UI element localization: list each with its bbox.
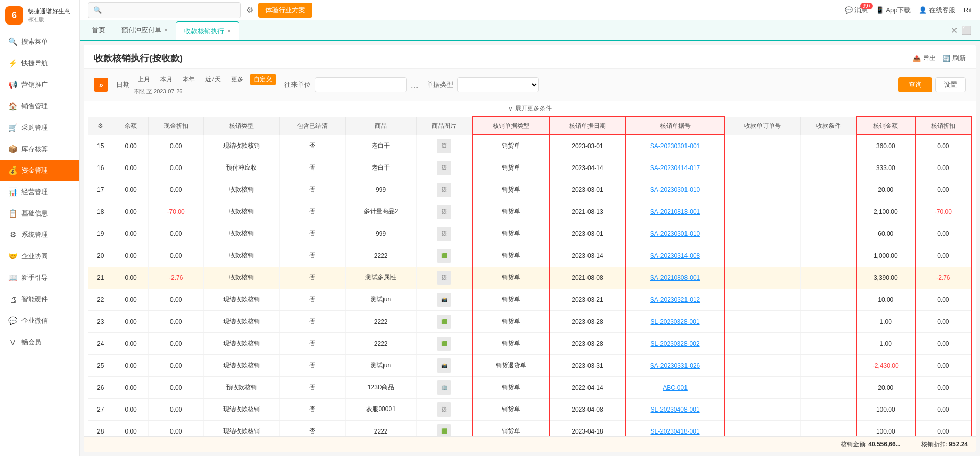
col-header-6: 商品图片 xyxy=(416,117,472,135)
partner-input[interactable] xyxy=(315,77,407,92)
app-icon: 📱 xyxy=(876,6,884,14)
settings-btn[interactable]: 设置 xyxy=(935,77,966,92)
date-pill-本月[interactable]: 本月 xyxy=(156,74,177,85)
sidebar-item-11[interactable]: 📖新手引导 xyxy=(0,267,79,289)
table-row: 280.000.00现结收款核销否2222🟩销货单2023-04-18SL-20… xyxy=(88,420,971,436)
table-cell: 100.00 xyxy=(856,398,915,420)
nav-label-0: 搜索菜单 xyxy=(21,37,48,46)
table-cell: 27 xyxy=(88,398,113,420)
date-pill-本年[interactable]: 本年 xyxy=(179,74,199,85)
table-cell: 🖼 xyxy=(416,223,472,245)
sidebar-item-0[interactable]: 🔍搜索菜单 xyxy=(0,31,79,53)
table-row: 260.000.00预收款核销否123D商品🏢销货单2022-04-14ABC-… xyxy=(88,376,971,398)
table-cell[interactable]: SL-20230328-001 xyxy=(626,310,724,332)
tab-1[interactable]: 预付冲应付单× xyxy=(113,21,176,39)
table-cell: 1.00 xyxy=(856,332,915,354)
product-image: 🖼 xyxy=(437,271,451,285)
gear-icon[interactable]: ⚙ xyxy=(246,5,253,15)
table-cell: 22 xyxy=(88,289,113,310)
table-cell xyxy=(724,376,801,398)
tab-close-1[interactable]: × xyxy=(164,27,168,34)
table-cell: 0.00 xyxy=(113,289,148,310)
sidebar-item-13[interactable]: 💬企业微信 xyxy=(0,310,79,331)
table-cell: 2023-03-01 xyxy=(549,223,626,245)
table-cell xyxy=(724,420,801,436)
search-bar[interactable]: 🔍 xyxy=(88,2,241,18)
table-cell: 否 xyxy=(280,332,346,354)
table-cell: 销货单 xyxy=(472,398,549,420)
date-pill-近7天[interactable]: 近7天 xyxy=(201,74,225,85)
date-range-label: 不限 至 2023-07-26 xyxy=(134,88,182,95)
table-cell xyxy=(800,310,856,332)
table-cell[interactable]: SA-20230414-017 xyxy=(626,157,724,179)
table-cell: 26 xyxy=(88,376,113,398)
table-cell: 否 xyxy=(280,376,346,398)
sidebar-item-10[interactable]: 🤝企业协同 xyxy=(0,246,79,267)
bill-type-select[interactable] xyxy=(457,77,539,92)
query-btn[interactable]: 查询 xyxy=(898,77,932,92)
table-cell xyxy=(800,267,856,289)
sidebar-item-12[interactable]: 🖨智能硬件 xyxy=(0,289,79,310)
table-cell: 否 xyxy=(280,310,346,332)
sidebar-item-14[interactable]: V畅会员 xyxy=(0,331,79,353)
window-close-btn[interactable]: ✕ xyxy=(951,26,958,35)
table-cell: 0.00 xyxy=(113,201,148,223)
sidebar-item-6[interactable]: 💰资金管理 xyxy=(0,160,79,181)
tab-close-2[interactable]: × xyxy=(227,28,231,35)
partner-dots[interactable]: ... xyxy=(411,80,419,90)
table-cell: 否 xyxy=(280,157,346,179)
table-cell[interactable]: SA-20230301-010 xyxy=(626,223,724,245)
table-cell[interactable]: SA-20210813-001 xyxy=(626,201,724,223)
sidebar-item-9[interactable]: ⚙系统管理 xyxy=(0,224,79,246)
filter-expand-btn[interactable]: » xyxy=(94,78,108,92)
tab-2[interactable]: 收款核销执行× xyxy=(176,21,239,40)
window-maximize-btn[interactable]: ⬜ xyxy=(962,26,972,35)
sidebar-item-3[interactable]: 🏠销售管理 xyxy=(0,95,79,117)
table-cell[interactable]: SL-20230408-001 xyxy=(626,398,724,420)
sidebar-item-4[interactable]: 🛒采购管理 xyxy=(0,117,79,138)
export-btn[interactable]: 📤 导出 xyxy=(913,54,936,63)
table-cell: 0.00 xyxy=(148,310,204,332)
table-cell: 0.00 xyxy=(915,398,971,420)
table-cell[interactable]: SA-20230301-001 xyxy=(626,135,724,157)
table-cell[interactable]: SA-20230301-010 xyxy=(626,179,724,201)
table-cell: 现结收款核销 xyxy=(204,332,280,354)
product-image: 🟩 xyxy=(437,249,451,263)
date-pills-row: 上月本月本年近7天更多自定义 xyxy=(134,74,276,85)
sidebar-item-2[interactable]: 📢营销推广 xyxy=(0,74,79,95)
table-cell[interactable]: SA-20230331-026 xyxy=(626,354,724,376)
app-download-btn[interactable]: 📱 App下载 xyxy=(876,6,911,15)
table-cell: 0.00 xyxy=(915,289,971,310)
table-cell: 2021-08-08 xyxy=(549,267,626,289)
date-pill-上月[interactable]: 上月 xyxy=(134,74,154,85)
date-pill-custom[interactable]: 自定义 xyxy=(250,74,276,85)
expand-more-btn[interactable]: ∨ 展开更多条件 xyxy=(508,104,552,113)
table-cell[interactable]: SL-20230418-001 xyxy=(626,420,724,436)
table-cell[interactable]: SA-20210808-001 xyxy=(626,267,724,289)
online-service-btn[interactable]: 👤 在线客服 xyxy=(919,6,955,15)
table-cell xyxy=(800,245,856,267)
tab-0[interactable]: 首页 xyxy=(84,21,113,39)
sidebar-item-1[interactable]: ⚡快捷导航 xyxy=(0,53,79,74)
message-btn[interactable]: 💬 99+ 消息 xyxy=(845,6,868,15)
table-cell: 收款核销 xyxy=(204,201,280,223)
table-cell[interactable]: SA-20230314-008 xyxy=(626,245,724,267)
logo-text: 畅捷通谱好生意 标准版 xyxy=(28,7,70,23)
table-cell[interactable]: ABC-001 xyxy=(626,376,724,398)
nav-icon-13: 💬 xyxy=(8,316,17,325)
table-cell[interactable]: SL-20230328-002 xyxy=(626,332,724,354)
table-cell: 否 xyxy=(280,267,346,289)
industry-btn[interactable]: 体验行业方案 xyxy=(258,3,312,18)
table-cell[interactable]: SA-20230321-012 xyxy=(626,289,724,310)
table-row: 180.00-70.00收款核销否多计量商品2🖼销货单2021-08-13SA-… xyxy=(88,201,971,223)
table-cell: 否 xyxy=(280,223,346,245)
table-cell xyxy=(800,332,856,354)
table-cell: 销货单 xyxy=(472,245,549,267)
table-cell: 📸 xyxy=(416,289,472,310)
table-cell: 2023-04-14 xyxy=(549,157,626,179)
sidebar-item-8[interactable]: 📋基础信息 xyxy=(0,203,79,224)
refresh-btn[interactable]: 🔄 刷新 xyxy=(942,54,966,63)
date-pill-更多[interactable]: 更多 xyxy=(227,74,248,85)
sidebar-item-5[interactable]: 📦库存核算 xyxy=(0,138,79,160)
sidebar-item-7[interactable]: 📊经营管理 xyxy=(0,181,79,203)
